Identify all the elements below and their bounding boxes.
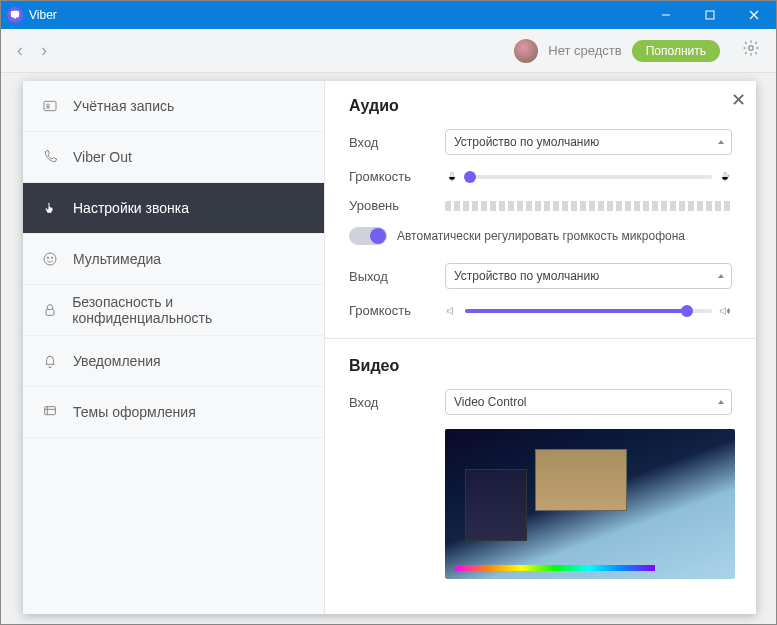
auto-gain-label: Автоматически регулировать громкость мик… <box>397 229 685 243</box>
sidebar-item-themes[interactable]: Темы оформления <box>23 387 324 438</box>
app-header: ‹ › Нет средств Пополнить <box>1 29 776 73</box>
settings-content: ✕ Аудио Вход Устройство по умолчанию Гро… <box>325 81 756 614</box>
mic-level-label: Уровень <box>349 198 445 213</box>
mic-level-meter <box>445 201 732 211</box>
svg-point-9 <box>51 257 52 258</box>
app-window: Viber ‹ › Нет средств Пополнить <box>0 0 777 625</box>
audio-output-select[interactable]: Устройство по умолчанию <box>445 263 732 289</box>
window-title: Viber <box>29 8 644 22</box>
sidebar-item-call-settings[interactable]: Настройки звонка <box>23 183 324 234</box>
video-preview <box>445 429 735 579</box>
minimize-button[interactable] <box>644 1 688 29</box>
auto-gain-toggle[interactable] <box>349 227 387 245</box>
sidebar-item-account[interactable]: Учётная запись <box>23 81 324 132</box>
phone-out-icon <box>41 148 59 166</box>
svg-rect-5 <box>44 101 56 110</box>
sidebar-item-label: Безопасность и конфиденциальность <box>72 294 306 326</box>
svg-point-4 <box>749 46 754 51</box>
speaker-loud-icon <box>718 304 732 318</box>
maximize-button[interactable] <box>688 1 732 29</box>
video-section-title: Видео <box>349 357 732 375</box>
hand-cursor-icon <box>41 199 59 217</box>
audio-input-select[interactable]: Устройство по умолчанию <box>445 129 732 155</box>
microphone-quiet-icon <box>445 170 459 184</box>
settings-modal: Учётная запись Viber Out Настройки звонк… <box>23 81 756 614</box>
settings-sidebar: Учётная запись Viber Out Настройки звонк… <box>23 81 325 614</box>
output-volume-label: Громкость <box>349 303 445 318</box>
sidebar-item-notifications[interactable]: Уведомления <box>23 336 324 387</box>
nav-forward-icon[interactable]: › <box>41 40 47 61</box>
sidebar-item-label: Настройки звонка <box>73 200 189 216</box>
title-bar: Viber <box>1 1 776 29</box>
svg-point-8 <box>47 257 48 258</box>
video-input-label: Вход <box>349 395 445 410</box>
close-button[interactable] <box>732 1 776 29</box>
sidebar-item-label: Темы оформления <box>73 404 196 420</box>
svg-rect-11 <box>45 407 56 415</box>
sidebar-item-label: Viber Out <box>73 149 132 165</box>
sidebar-item-label: Уведомления <box>73 353 161 369</box>
id-card-icon <box>41 97 59 115</box>
close-icon[interactable]: ✕ <box>731 89 746 111</box>
sidebar-item-security[interactable]: Безопасность и конфиденциальность <box>23 285 324 336</box>
lock-icon <box>41 301 58 319</box>
mic-volume-slider[interactable] <box>465 175 712 179</box>
svg-rect-1 <box>706 11 714 19</box>
avatar[interactable] <box>514 39 538 63</box>
topup-button[interactable]: Пополнить <box>632 40 720 62</box>
sidebar-item-multimedia[interactable]: Мультимедиа <box>23 234 324 285</box>
audio-section-title: Аудио <box>349 97 732 115</box>
media-icon <box>41 250 59 268</box>
audio-input-label: Вход <box>349 135 445 150</box>
balance-text: Нет средств <box>548 43 621 58</box>
sidebar-item-label: Учётная запись <box>73 98 174 114</box>
microphone-loud-icon <box>718 170 732 184</box>
svg-point-6 <box>47 104 50 107</box>
svg-rect-10 <box>46 309 54 315</box>
svg-point-7 <box>44 253 56 265</box>
sidebar-item-label: Мультимедиа <box>73 251 161 267</box>
bell-icon <box>41 352 59 370</box>
viber-logo-icon <box>7 7 23 23</box>
video-input-select[interactable]: Video Control <box>445 389 732 415</box>
mic-volume-label: Громкость <box>349 169 445 184</box>
nav-back-icon[interactable]: ‹ <box>17 40 23 61</box>
output-volume-slider[interactable] <box>465 309 712 313</box>
audio-output-label: Выход <box>349 269 445 284</box>
section-divider <box>325 338 756 339</box>
speaker-quiet-icon <box>445 304 459 318</box>
sidebar-item-viberout[interactable]: Viber Out <box>23 132 324 183</box>
settings-gear-icon[interactable] <box>742 39 760 62</box>
theme-icon <box>41 403 59 421</box>
